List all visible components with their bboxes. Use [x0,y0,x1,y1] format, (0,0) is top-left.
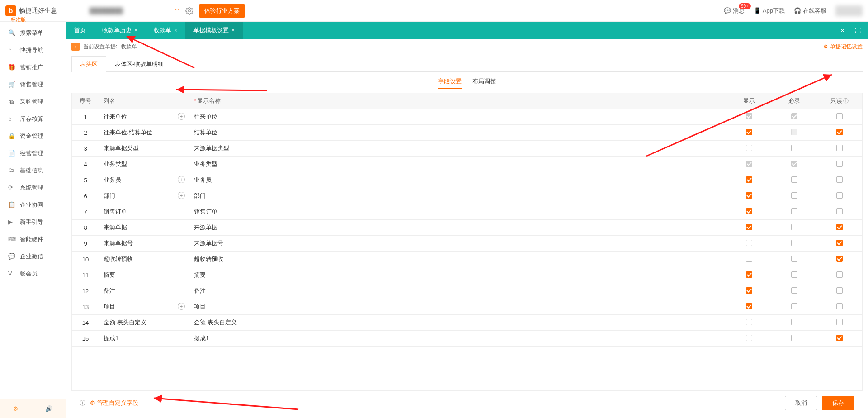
ro-checkbox[interactable] [836,256,843,262]
cell-disp[interactable]: 提成1 [189,331,726,347]
ro-checkbox[interactable] [836,161,843,167]
cancel-button[interactable]: 取消 [785,396,817,410]
ro-checkbox[interactable] [836,113,843,119]
sidebar-item-12[interactable]: ⌨智能硬件 [0,231,66,248]
cell-disp[interactable]: 来源单据类型 [189,141,726,157]
sidebar-item-2[interactable]: 🎁营销推广 [0,59,66,76]
ro-checkbox[interactable] [836,208,843,214]
show-checkbox[interactable] [746,335,752,341]
save-button[interactable]: 保存 [822,396,854,410]
req-checkbox[interactable] [791,240,797,246]
add-icon[interactable]: + [178,113,185,120]
sidebar-item-1[interactable]: ⌂快捷导航 [0,42,66,59]
ro-checkbox[interactable] [836,145,843,151]
cell-disp[interactable]: 来源单据号 [189,236,726,252]
sidebar-item-6[interactable]: 🔒资金管理 [0,128,66,145]
sidebar-item-10[interactable]: 📋企业协同 [0,196,66,214]
req-checkbox[interactable] [791,176,797,183]
cell-disp[interactable]: 销售订单 [189,204,726,220]
sound-icon[interactable]: 🔊 [45,405,52,412]
user-avatar-blurred[interactable] [835,5,863,16]
tab-1[interactable]: 收款单历史× [94,22,146,39]
cell-disp[interactable]: 业务员 [189,172,726,188]
req-checkbox[interactable] [791,145,797,151]
ro-checkbox[interactable] [836,287,843,294]
ro-checkbox[interactable] [836,224,843,230]
add-icon[interactable]: + [178,192,185,199]
try-scheme-button[interactable]: 体验行业方案 [199,4,245,18]
breadcrumb-chevron-icon[interactable]: › [71,43,80,51]
show-checkbox[interactable] [746,319,752,325]
cell-disp[interactable]: 来源单据 [189,220,726,236]
app-download-link[interactable]: 📱 App下载 [754,7,785,15]
ro-checkbox[interactable] [836,176,843,183]
req-checkbox[interactable] [791,271,797,278]
req-checkbox[interactable] [791,287,797,294]
show-checkbox[interactable] [746,192,752,199]
ro-checkbox[interactable] [836,192,843,199]
cell-disp[interactable]: 往来单位 [189,109,726,125]
cell-disp[interactable]: 部门 [189,188,726,204]
add-icon[interactable]: + [178,176,185,183]
show-checkbox[interactable] [746,271,752,278]
sidebar-item-8[interactable]: 🗂基础信息 [0,162,66,179]
req-checkbox[interactable] [791,192,797,199]
tab-0[interactable]: 首页 [66,22,94,39]
close-icon[interactable]: × [231,27,235,33]
close-all-button[interactable]: ✕ [837,25,847,35]
show-checkbox[interactable] [746,256,752,262]
ro-checkbox[interactable] [836,303,843,309]
req-checkbox[interactable] [791,335,797,341]
close-icon[interactable]: × [174,27,177,33]
cell-disp[interactable]: 备注 [189,283,726,299]
show-checkbox[interactable] [746,224,752,230]
sidebar-item-3[interactable]: 🛒销售管理 [0,76,66,93]
show-checkbox[interactable] [746,287,752,294]
help-icon[interactable]: ⓘ [843,98,849,104]
cell-disp[interactable]: 金额-表头自定义 [189,315,726,331]
cell-disp[interactable]: 结算单位 [189,125,726,141]
section-tab-0[interactable]: 表头区 [71,56,106,72]
settings-icon[interactable] [185,7,193,15]
show-checkbox[interactable] [746,240,752,246]
support-link[interactable]: 🎧 在线客服 [794,7,826,15]
sidebar-item-5[interactable]: ⌂库存核算 [0,110,66,128]
manage-custom-fields-link[interactable]: ⚙ 管理自定义字段 [90,399,138,407]
show-checkbox[interactable] [746,145,752,151]
sidebar-item-0[interactable]: 🔍搜索菜单 [0,24,66,42]
ro-checkbox[interactable] [836,240,843,246]
ro-checkbox[interactable] [836,129,843,135]
sidebar-item-13[interactable]: 💬企业微信 [0,248,66,265]
sub-tab-1[interactable]: 布局调整 [472,77,496,89]
req-checkbox[interactable] [791,319,797,325]
ro-checkbox[interactable] [836,319,843,325]
cell-disp[interactable]: 摘要 [189,267,726,283]
help-icon[interactable]: ⓘ [80,399,85,407]
req-checkbox[interactable] [791,224,797,230]
close-icon[interactable]: × [134,27,137,33]
add-icon[interactable]: + [178,303,185,310]
req-checkbox[interactable] [791,208,797,214]
ro-checkbox[interactable] [836,335,843,341]
fullscreen-button[interactable]: ⛶ [853,25,863,35]
sub-tab-0[interactable]: 字段设置 [438,77,462,89]
sidebar-item-14[interactable]: V畅会员 [0,265,66,282]
memory-settings-link[interactable]: ⚙ 单据记忆设置 [823,43,863,51]
sidebar-item-4[interactable]: 🛍采购管理 [0,93,66,110]
req-checkbox[interactable] [791,303,797,309]
cell-disp[interactable]: 项目 [189,299,726,315]
req-checkbox[interactable] [791,256,797,262]
tab-2[interactable]: 收款单× [146,22,185,39]
section-tab-1[interactable]: 表体区-收款单明细 [106,56,172,72]
cell-disp[interactable]: 超收转预收 [189,252,726,267]
gear-icon[interactable]: ⚙ [13,405,19,412]
messages-link[interactable]: 💬 消息 99+ [724,7,745,15]
show-checkbox[interactable] [746,208,752,214]
business-selector[interactable]: ████████ ﹀ [90,7,180,14]
cell-disp[interactable]: 业务类型 [189,157,726,172]
show-checkbox[interactable] [746,176,752,183]
tab-3[interactable]: 单据模板设置× [185,22,243,39]
ro-checkbox[interactable] [836,271,843,278]
sidebar-item-9[interactable]: ⟳系统管理 [0,179,66,196]
sidebar-item-7[interactable]: 📄经营管理 [0,145,66,162]
